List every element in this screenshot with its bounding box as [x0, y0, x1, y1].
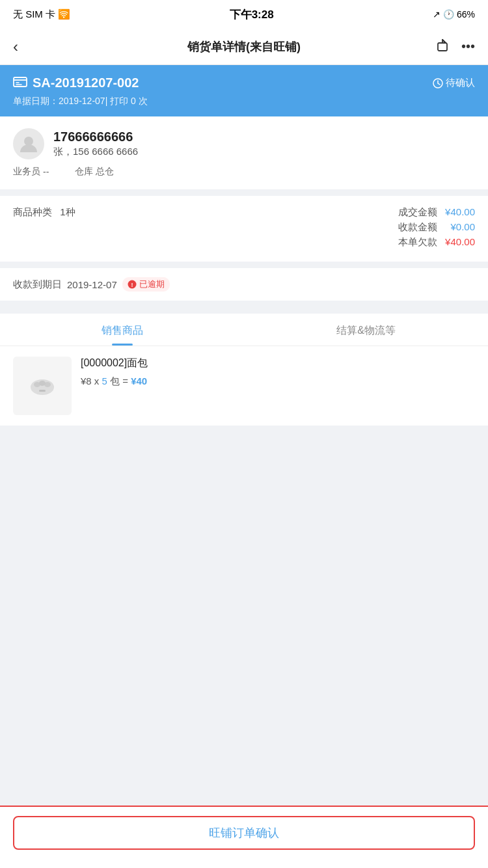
- confirm-order-button[interactable]: 旺铺订单确认: [13, 816, 475, 850]
- share-button[interactable]: [437, 38, 451, 55]
- product-total: ¥40: [131, 375, 147, 387]
- svg-text:!: !: [131, 282, 133, 288]
- avatar: [13, 128, 44, 159]
- bottom-spacer: [0, 426, 488, 504]
- customer-name: 张，156 6666 6666: [53, 146, 138, 158]
- overdue-card: 收款到期日 2019-12-07 ! 已逾期: [0, 268, 488, 301]
- customer-meta: 业务员 -- 仓库 总仓: [13, 166, 475, 178]
- owed-value: ¥40.00: [445, 236, 475, 249]
- multiply-sign: x: [94, 375, 102, 387]
- svg-rect-10: [39, 390, 46, 392]
- nav-right-actions: •••: [437, 38, 475, 55]
- tabs-row: 销售商品 结算&物流等: [0, 314, 488, 346]
- order-number: SA-20191207-002: [13, 75, 139, 90]
- received-value: ¥0.00: [450, 221, 475, 234]
- overdue-label: 收款到期日: [13, 278, 62, 291]
- svg-rect-0: [438, 43, 447, 51]
- product-type-label: 商品种类: [13, 206, 52, 217]
- customer-phone: 17666666666: [53, 129, 138, 144]
- unit-price: ¥8: [81, 375, 92, 387]
- product-qty: 5: [102, 375, 107, 387]
- amount-value: ¥40.00: [445, 206, 475, 219]
- bottom-bar: 旺铺订单确认: [0, 806, 488, 868]
- svg-point-9: [39, 381, 46, 386]
- nav-bar: ‹ 销货单详情(来自旺铺) •••: [0, 29, 488, 65]
- status-left: 无 SIM 卡 🛜: [13, 8, 70, 21]
- status-icons: ↗ 🕐 66%: [433, 9, 475, 20]
- svg-point-3: [24, 137, 33, 146]
- product-thumbnail: [13, 357, 72, 415]
- sim-status: 无 SIM 卡 🛜: [13, 8, 70, 21]
- product-type-value: 1种: [60, 206, 75, 217]
- more-button[interactable]: •••: [461, 39, 475, 54]
- status-right: ↗ 🕐 66%: [433, 9, 475, 20]
- order-header: SA-20191207-002 待确认 单据日期：2019-12-07| 打印 …: [0, 65, 488, 116]
- warehouse-value: 总仓: [96, 166, 114, 178]
- separator: [0, 307, 488, 314]
- amount-label: 成交金额: [398, 206, 437, 219]
- overdue-badge: ! 已逾期: [122, 277, 170, 292]
- owed-label: 本单欠款: [398, 236, 437, 249]
- order-icon: [13, 75, 27, 90]
- svg-rect-1: [14, 77, 27, 87]
- summary-card: 商品种类 1种 成交金额 ¥40.00 收款金额 ¥0.00 本单欠款 ¥40.…: [0, 196, 488, 262]
- customer-card: 17666666666 张，156 6666 6666 业务员 -- 仓库 总仓: [0, 116, 488, 189]
- equals-sign: =: [122, 375, 131, 387]
- product-info: [0000002]面包 ¥8 x 5 包 = ¥40: [81, 357, 475, 388]
- overdue-date: 2019-12-07: [67, 279, 117, 290]
- page-title: 销货单详情(来自旺铺): [187, 39, 301, 55]
- received-label: 收款金额: [398, 221, 437, 234]
- warehouse-label: 仓库: [75, 166, 93, 178]
- status-bar: 无 SIM 卡 🛜 下午3:28 ↗ 🕐 66%: [0, 0, 488, 29]
- product-unit: 包: [110, 375, 120, 387]
- salesperson-label: 业务员: [13, 166, 40, 178]
- product-item: [0000002]面包 ¥8 x 5 包 = ¥40: [0, 346, 488, 426]
- product-price: ¥8 x 5 包 = ¥40: [81, 375, 475, 388]
- back-button[interactable]: ‹: [8, 33, 23, 61]
- tab-settlement[interactable]: 结算&物流等: [244, 314, 488, 346]
- amount-section: 成交金额 ¥40.00 收款金额 ¥0.00 本单欠款 ¥40.00: [398, 206, 475, 251]
- product-type-section: 商品种类 1种: [13, 206, 75, 219]
- order-date: 单据日期：2019-12-07| 打印 0 次: [13, 96, 475, 107]
- order-status: 待确认: [433, 77, 475, 89]
- tabs-container: 销售商品 结算&物流等: [0, 314, 488, 346]
- status-time: 下午3:28: [230, 7, 274, 22]
- salesperson-value: --: [43, 167, 49, 177]
- tab-products[interactable]: 销售商品: [0, 314, 244, 346]
- product-name: [0000002]面包: [81, 357, 475, 370]
